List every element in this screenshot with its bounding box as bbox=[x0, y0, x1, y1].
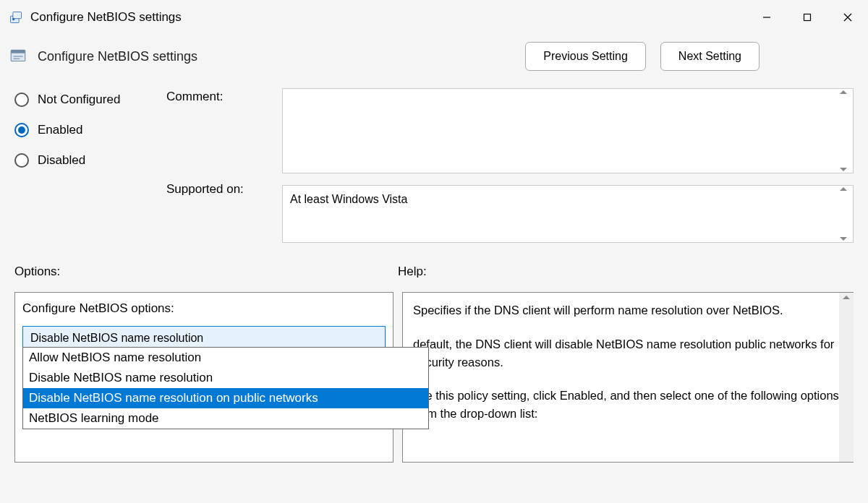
radio-label: Enabled bbox=[38, 123, 82, 137]
close-button[interactable] bbox=[827, 0, 868, 35]
policy-icon bbox=[9, 47, 27, 66]
comment-label: Comment: bbox=[166, 88, 282, 126]
svg-rect-1 bbox=[13, 12, 22, 19]
help-paragraph-1: Specifies if the DNS client will perform… bbox=[413, 301, 843, 319]
svg-rect-4 bbox=[804, 14, 811, 21]
supported-on-textbox: At least Windows Vista bbox=[282, 185, 854, 243]
combobox-selected-text: Disable NetBIOS name resolution bbox=[30, 332, 203, 345]
help-header: Help: bbox=[398, 265, 854, 279]
dropdown-option-learning[interactable]: NetBIOS learning mode bbox=[23, 408, 428, 429]
next-setting-button[interactable]: Next Setting bbox=[660, 42, 760, 71]
radio-label: Not Configured bbox=[38, 93, 120, 107]
dropdown-option-allow[interactable]: Allow NetBIOS name resolution bbox=[23, 348, 428, 368]
radio-label: Disabled bbox=[38, 153, 85, 168]
window-controls bbox=[746, 0, 868, 35]
radio-enabled[interactable]: Enabled bbox=[14, 123, 166, 137]
radio-not-configured[interactable]: Not Configured bbox=[14, 93, 166, 107]
scroll-down-icon[interactable] bbox=[840, 168, 847, 171]
options-header: Options: bbox=[14, 265, 398, 279]
scroll-up-icon[interactable] bbox=[843, 296, 850, 299]
policy-title: Configure NetBIOS settings bbox=[38, 49, 197, 64]
radio-indicator-icon bbox=[14, 123, 29, 137]
help-paragraph-2: default, the DNS client will disable Net… bbox=[413, 335, 843, 371]
dropdown-option-disable[interactable]: Disable NetBIOS name resolution bbox=[23, 368, 428, 388]
window-title: Configure NetBIOS settings bbox=[30, 10, 182, 25]
radio-disabled[interactable]: Disabled bbox=[14, 153, 166, 168]
svg-point-2 bbox=[12, 18, 14, 20]
supported-on-label: Supported on: bbox=[166, 181, 282, 218]
minimize-button[interactable] bbox=[746, 0, 787, 35]
radio-indicator-icon bbox=[14, 93, 29, 107]
options-panel: Configure NetBIOS options: Disable NetBI… bbox=[14, 292, 393, 463]
help-paragraph-3: use this policy setting, click Enabled, … bbox=[413, 387, 843, 423]
maximize-button[interactable] bbox=[787, 0, 827, 35]
netbios-options-dropdown: Allow NetBIOS name resolution Disable Ne… bbox=[22, 347, 429, 429]
dropdown-option-disable-public[interactable]: Disable NetBIOS name resolution on publi… bbox=[23, 388, 428, 408]
scroll-up-icon[interactable] bbox=[840, 90, 847, 94]
scroll-down-icon[interactable] bbox=[840, 237, 847, 241]
scroll-up-icon[interactable] bbox=[840, 187, 847, 191]
app-icon bbox=[9, 10, 23, 25]
help-panel: Specifies if the DNS client will perform… bbox=[402, 292, 854, 463]
title-bar: Configure NetBIOS settings bbox=[0, 0, 868, 35]
previous-setting-button[interactable]: Previous Setting bbox=[525, 42, 646, 71]
header-row: Configure NetBIOS settings Previous Sett… bbox=[0, 35, 868, 78]
supported-on-value: At least Windows Vista bbox=[290, 193, 407, 205]
state-radio-group: Not Configured Enabled Disabled bbox=[14, 88, 166, 243]
help-scrollbar[interactable] bbox=[839, 293, 854, 462]
radio-indicator-icon bbox=[14, 153, 29, 168]
options-panel-label: Configure NetBIOS options: bbox=[22, 301, 386, 316]
comment-textbox[interactable] bbox=[282, 88, 854, 173]
svg-rect-8 bbox=[11, 50, 25, 53]
